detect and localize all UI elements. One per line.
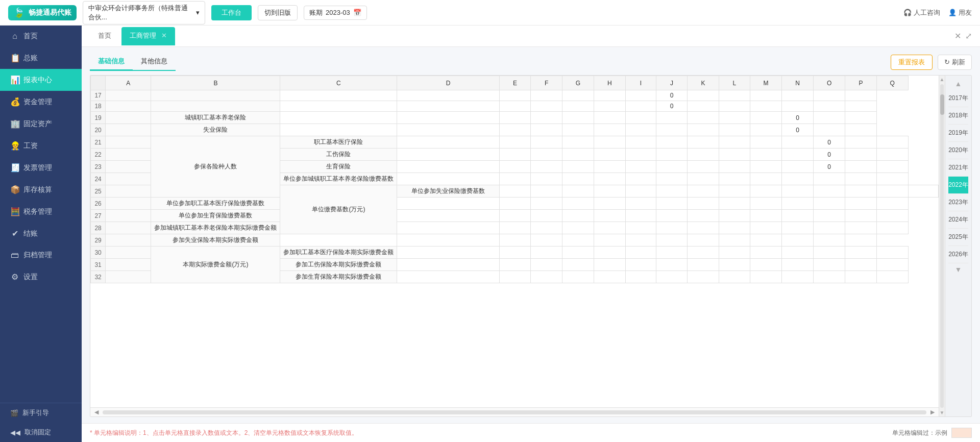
cell-data[interactable] [750,247,781,259]
cell-data[interactable] [562,136,594,149]
cell-c[interactable]: 失业保险 [151,124,280,136]
cell-data[interactable] [656,136,687,149]
cell-data[interactable] [625,259,656,271]
cell-data[interactable] [531,234,562,247]
cell-data[interactable] [531,271,562,283]
sidebar-item-report[interactable]: 📊 报表中心 [0,69,82,91]
cell-data[interactable] [499,90,531,101]
cell-data[interactable] [594,185,625,198]
cell-data[interactable] [719,198,750,210]
cell-b[interactable]: 单位缴费基数(万元) [280,185,397,234]
cell-data[interactable] [845,198,877,210]
cell-data[interactable] [280,112,397,124]
cell-data[interactable] [656,271,687,283]
cell-data[interactable] [719,124,750,136]
cell-data[interactable] [782,247,814,259]
cell-data[interactable] [562,259,594,271]
cell-data[interactable] [845,90,877,101]
cell-data[interactable] [656,149,687,161]
cell-data[interactable] [656,222,687,234]
cell-data[interactable] [625,149,656,161]
h-scroll-right-icon[interactable]: ▶ [928,409,937,415]
cell-data[interactable] [397,210,499,222]
cell-data[interactable] [656,247,687,259]
cell-o[interactable] [814,222,845,234]
cell-data[interactable] [499,161,531,173]
cell-c[interactable]: 参加城镇职工基本养老保险本期实际缴费金额 [151,222,280,234]
cell-data[interactable] [594,101,625,112]
cell-data[interactable] [814,234,845,247]
cell-data[interactable] [562,101,594,112]
cell-data[interactable] [688,234,719,247]
cell-k[interactable] [688,222,719,234]
cell-data[interactable] [531,101,562,112]
cell-c[interactable]: 单位参加生育保险缴费基数 [151,210,280,222]
cell-data[interactable] [594,136,625,149]
reset-report-button[interactable]: 重置报表 [891,55,933,70]
cell-data[interactable] [876,149,908,161]
sidebar-item-settings[interactable]: ⚙ 设置 [0,266,82,288]
cell-a[interactable] [106,247,151,259]
cell-data[interactable] [782,161,814,173]
cell-data[interactable] [782,136,814,149]
cell-data[interactable] [625,198,656,210]
cell-k[interactable]: 0 [656,101,687,112]
cell-data[interactable] [876,185,908,198]
cell-data[interactable] [782,222,814,234]
cell-data[interactable] [594,234,625,247]
cell-data[interactable] [499,101,531,112]
cell-data[interactable] [719,259,750,271]
cell-c[interactable]: 工伤保险 [280,149,397,161]
year-item[interactable]: 2025年 [948,229,968,246]
sidebar-item-capital[interactable]: 💰 资金管理 [0,91,82,113]
cell-data[interactable] [688,124,719,136]
cell-data[interactable] [656,173,687,185]
cell-data[interactable] [594,161,625,173]
cell-data[interactable] [397,124,499,136]
cell-data[interactable] [845,161,877,173]
cell-data[interactable] [750,149,781,161]
cell-a[interactable] [106,198,151,210]
cell-a[interactable] [106,149,151,161]
cell-data[interactable] [876,271,908,283]
cell-k[interactable] [688,149,719,161]
year-panel-up-icon[interactable]: ▲ [955,78,962,90]
cell-data[interactable] [531,259,562,271]
year-panel-down-icon[interactable]: ▼ [955,263,962,276]
sidebar-item-ledger[interactable]: 📋 总账 [0,47,82,69]
cell-data[interactable] [750,173,781,185]
cell-data[interactable] [845,259,877,271]
cell-data[interactable] [397,112,499,124]
cell-k[interactable] [656,234,687,247]
cell-data[interactable] [750,210,781,222]
cell-a[interactable] [106,259,151,271]
cell-data[interactable] [531,247,562,259]
cell-k[interactable] [688,271,719,283]
cell-data[interactable] [876,259,908,271]
cell-data[interactable] [499,259,531,271]
cell-data[interactable] [782,198,814,210]
cell-data[interactable] [562,210,594,222]
cell-data[interactable] [688,185,719,198]
cell-data[interactable] [876,198,908,210]
cell-data[interactable] [594,173,625,185]
cell-data[interactable] [719,90,750,101]
v-scroll-down-icon[interactable]: ▼ [939,409,945,416]
cell-data[interactable] [499,234,531,247]
cell-data[interactable] [719,173,750,185]
sidebar-item-home[interactable]: ⌂ 首页 [0,26,82,47]
sidebar-item-checkout[interactable]: ✔ 结账 [0,223,82,244]
sub-tab-basic[interactable]: 基础信息 [90,53,133,71]
cell-o[interactable] [814,173,845,185]
cell-data[interactable] [625,173,656,185]
cell-data[interactable] [531,112,562,124]
cell-data[interactable] [719,149,750,161]
cell-a[interactable] [106,161,151,173]
cell-data[interactable] [814,124,845,136]
cell-data[interactable] [594,247,625,259]
cell-data[interactable] [594,259,625,271]
sidebar-item-guide[interactable]: 🎬 新手引导 [0,403,82,423]
cell-data[interactable] [594,124,625,136]
tab-close-biz[interactable]: ✕ [161,32,167,39]
cell-data[interactable] [656,161,687,173]
